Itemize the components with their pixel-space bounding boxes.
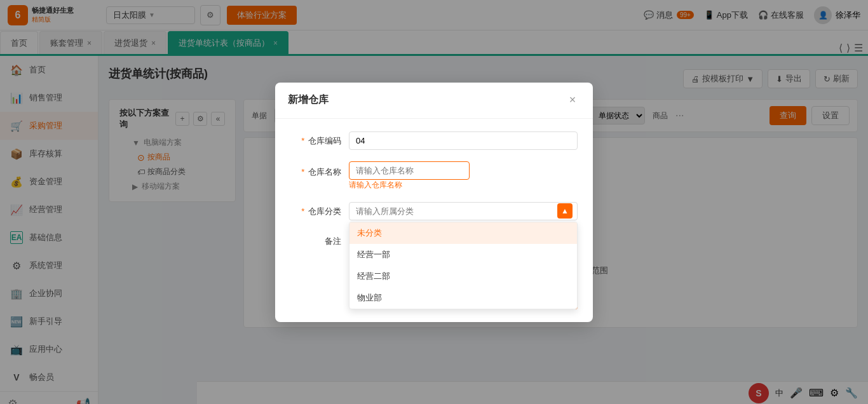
form-row-code: * 仓库编码 bbox=[290, 131, 578, 150]
form-row-name: * 仓库名称 请输入仓库名称 bbox=[290, 161, 578, 191]
category-input[interactable] bbox=[349, 202, 578, 220]
dropdown-item-dept1[interactable]: 经营一部 bbox=[349, 244, 577, 266]
modal-close-button[interactable]: × bbox=[565, 93, 580, 108]
name-error-message: 请输入仓库名称 bbox=[349, 180, 402, 189]
form-code-label: * 仓库编码 bbox=[290, 131, 341, 147]
modal-title: 新增仓库 bbox=[288, 93, 329, 107]
category-dropdown: 未分类 经营一部 经营二部 物业部 bbox=[349, 222, 578, 309]
category-select-wrapper: ▲ 未分类 经营一部 经营二部 物业部 bbox=[349, 202, 578, 220]
warehouse-name-input[interactable] bbox=[349, 161, 470, 180]
form-category-label: * 仓库分类 bbox=[290, 202, 341, 217]
form-row-category: * 仓库分类 ▲ 未分类 经营一部 经营二部 物业部 bbox=[290, 202, 578, 220]
required-star-code: * bbox=[301, 136, 304, 145]
modal-header: 新增仓库 × bbox=[275, 83, 593, 119]
modal-body: * 仓库编码 * 仓库名称 请输入仓库名称 bbox=[275, 119, 593, 281]
form-name-label: * 仓库名称 bbox=[290, 163, 341, 178]
required-star-category: * bbox=[301, 206, 304, 216]
category-dropdown-toggle[interactable]: ▲ bbox=[557, 203, 573, 219]
modal-add-warehouse: 新增仓库 × * 仓库编码 * 仓库名称 bbox=[275, 83, 593, 322]
dropdown-item-dept2[interactable]: 经营二部 bbox=[349, 266, 577, 287]
modal-overlay: 新增仓库 × * 仓库编码 * 仓库名称 bbox=[0, 0, 868, 404]
warehouse-code-input[interactable] bbox=[349, 131, 578, 150]
form-remark-label: 备注 bbox=[290, 232, 341, 247]
dropdown-item-property[interactable]: 物业部 bbox=[349, 287, 577, 309]
dropdown-item-unclassified[interactable]: 未分类 bbox=[349, 222, 577, 244]
name-error-container: 请输入仓库名称 bbox=[349, 180, 402, 191]
required-star-name: * bbox=[301, 167, 304, 177]
